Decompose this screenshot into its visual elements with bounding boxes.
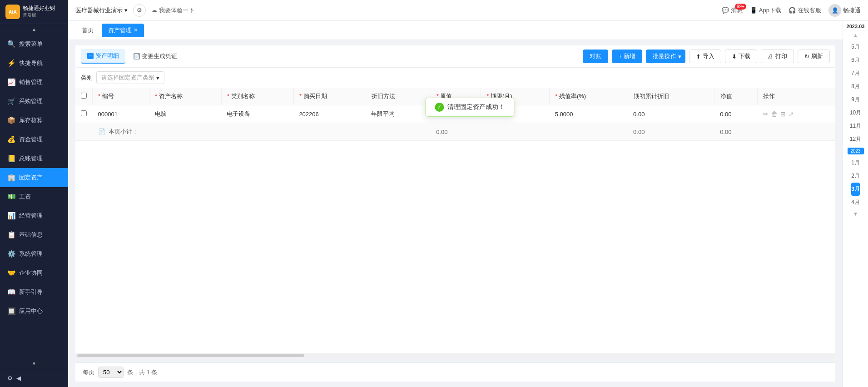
calendar-down-arrow[interactable]: ▼ (851, 209, 860, 219)
page-wrapper: ≡ 资产明细 📄 变更生成凭证 对账 (75, 45, 835, 358)
system-icon: ⚙️ (7, 250, 15, 258)
calendar-header: 2023.03 (843, 21, 868, 30)
calendar-month-11月[interactable]: 11月 (850, 119, 861, 133)
scroll-thumb[interactable] (77, 354, 304, 357)
calendar-month-10月[interactable]: 10月 (850, 106, 861, 119)
subtotal-net-value: 0.00 (714, 123, 758, 141)
sidebar-item-fixed_assets[interactable]: 🏢固定资产 (0, 168, 68, 187)
sidebar-scroll-up[interactable]: ▲ (31, 26, 37, 33)
sidebar-item-label: 销售管理 (19, 78, 43, 86)
headset-icon: 🎧 (789, 7, 796, 14)
print-button[interactable]: 🖨 打印 (761, 50, 794, 63)
sidebar-item-operations[interactable]: 📊经营管理 (0, 206, 68, 225)
experience-button[interactable]: ☁ 我要体验一下 (151, 6, 194, 15)
calendar-month-2月[interactable]: 2月 (851, 169, 860, 183)
per-page-select[interactable]: 50 100 200 (98, 367, 124, 378)
edit-icon[interactable]: ✏ (763, 110, 769, 118)
more-icon[interactable]: ↗ (789, 110, 794, 118)
reconcile-button[interactable]: 对账 (583, 50, 608, 63)
experience-label: 我要体验一下 (159, 6, 194, 15)
subtotal-row: 📄 本页小计： 0.00 0.00 0.00 (75, 123, 835, 141)
horizontal-scrollbar[interactable] (75, 353, 835, 358)
sidebar-item-purchase[interactable]: 🛒采购管理 (0, 92, 68, 111)
page-content: 首页 资产管理 ✕ ≡ 资产明细 (68, 21, 843, 387)
select-all-checkbox[interactable] (81, 93, 87, 99)
sidebar-item-basic_info[interactable]: 📋基础信息 (0, 225, 68, 244)
row-checkbox-cell (75, 105, 93, 123)
sidebar-settings[interactable]: ⚙ ◀ (0, 369, 68, 387)
calendar-month-6月[interactable]: 6月 (850, 54, 861, 67)
calendar-month-1月[interactable]: 1月 (851, 156, 860, 169)
calendar-up-arrow[interactable]: ▲ (851, 30, 860, 40)
sidebar-item-system[interactable]: ⚙️系统管理 (0, 244, 68, 263)
phone-icon: 📱 (750, 7, 757, 14)
calendar-month-8月[interactable]: 8月 (850, 80, 861, 93)
tab-home[interactable]: 首页 (75, 24, 100, 37)
tab-close-icon[interactable]: ✕ (134, 27, 138, 33)
main-content: 医疗器械行业演示 ▾ ⚙ ☁ 我要体验一下 💬 消息 99+ 📱 App下载 🎧… (68, 0, 868, 387)
online-service-button[interactable]: 🎧 在线客服 (789, 6, 821, 15)
calendar-month-9月[interactable]: 9月 (850, 93, 861, 106)
company-dropdown-icon: ▾ (124, 7, 128, 14)
calendar-month-5月[interactable]: 5月 (850, 40, 861, 54)
topbar: 医疗器械行业演示 ▾ ⚙ ☁ 我要体验一下 💬 消息 99+ 📱 App下载 🎧… (68, 0, 868, 21)
calendar-month-12月[interactable]: 12月 (850, 133, 861, 146)
action-icons: ✏ 🗑 ⊞ ↗ (763, 110, 830, 118)
row-category: 电子设备 (221, 105, 293, 123)
delete-icon[interactable]: 🗑 (771, 110, 778, 118)
guide-icon: 📖 (7, 288, 15, 296)
inner-content: ≡ 资产明细 📄 变更生成凭证 对账 (68, 40, 843, 387)
table-row: 000001 电脑 电子设备 202206 年限平均 60 5.0000 0.0… (75, 105, 835, 123)
generate-voucher-icon: 📄 (134, 53, 140, 60)
right-calendar-panel: 2023.03 ▲ 5月6月7月8月9月10月11月12月 2023 1月2月3… (843, 21, 868, 387)
sidebar: AtA 畅捷通好业财 普及版 ▲ 🔍搜索菜单⚡快捷导航📈销售管理🛒采购管理📦库存… (0, 0, 68, 387)
messages-button[interactable]: 💬 消息 99+ (722, 6, 743, 15)
sidebar-item-inventory[interactable]: 📦库存核算 (0, 111, 68, 130)
category-select[interactable]: 请选择固定资产类别 ▾ (96, 71, 164, 84)
content-area: 首页 资产管理 ✕ ≡ 资产明细 (68, 21, 868, 387)
operations-icon: 📊 (7, 212, 15, 220)
sidebar-item-search[interactable]: 🔍搜索菜单 (0, 35, 68, 54)
collapse-icon[interactable]: ◀ (16, 375, 21, 382)
user-menu[interactable]: 👤 畅捷通 (828, 4, 861, 17)
calendar-year-2023: 2023 (848, 148, 864, 154)
sidebar-item-apps[interactable]: 🔲应用中心 (0, 302, 68, 321)
sub-tab-generate-voucher[interactable]: 📄 变更生成凭证 (127, 50, 184, 63)
quicknav-icon: ⚡ (7, 59, 15, 67)
total-label: 条，共 1 条 (127, 368, 157, 377)
tab-asset-management[interactable]: 资产管理 ✕ (102, 24, 144, 37)
calendar-month-7月[interactable]: 7月 (850, 67, 861, 80)
sidebar-item-guide[interactable]: 📖新手引导 (0, 283, 68, 302)
new-button[interactable]: + 新增 (612, 50, 642, 63)
sidebar-item-salary[interactable]: 💵工资 (0, 187, 68, 206)
settings-icon: ⚙ (7, 375, 13, 382)
calendar-month-4月[interactable]: 4月 (851, 196, 860, 209)
sidebar-item-ledger[interactable]: 📒总账管理 (0, 149, 68, 168)
row-checkbox[interactable] (81, 110, 87, 116)
app-download-button[interactable]: 📱 App下载 (750, 6, 781, 15)
company-selector[interactable]: 医疗器械行业演示 ▾ (75, 6, 128, 15)
sub-tab-generate-voucher-label: 变更生成凭证 (142, 52, 177, 60)
settings-button[interactable]: ⚙ (133, 4, 146, 17)
category-filter-label: 类别 (81, 74, 93, 82)
download-button[interactable]: ⬇ 下载 (725, 50, 757, 63)
sidebar-item-sales[interactable]: 📈销售管理 (0, 73, 68, 92)
sidebar-scroll-down[interactable]: ▼ (31, 360, 37, 367)
sidebar-item-label: 快捷导航 (19, 59, 43, 67)
copy-icon[interactable]: ⊞ (780, 110, 786, 118)
sidebar-item-quicknav[interactable]: ⚡快捷导航 (0, 54, 68, 73)
calendar-header-text: 2023.03 (847, 24, 865, 29)
refresh-button[interactable]: ↻ 刷新 (798, 50, 830, 63)
cooperation-icon: 🤝 (7, 269, 15, 277)
row-residual-rate: 5.0000 (550, 105, 628, 123)
batch-ops-button[interactable]: 批量操作 ▾ (646, 50, 685, 63)
sub-tab-asset-detail[interactable]: ≡ 资产明细 (81, 49, 125, 64)
import-button[interactable]: ⬆ 导入 (689, 50, 721, 63)
sidebar-item-finance[interactable]: 💰资金管理 (0, 130, 68, 149)
calendar-month-3月[interactable]: 3月 (851, 183, 860, 196)
sidebar-item-label: 经营管理 (19, 212, 43, 220)
sidebar-item-cooperation[interactable]: 🤝企业协同 (0, 263, 68, 283)
finance-icon: 💰 (7, 135, 15, 144)
sub-tab-asset-detail-label: 资产明细 (95, 52, 119, 60)
sidebar-item-label: 企业协同 (19, 269, 43, 277)
